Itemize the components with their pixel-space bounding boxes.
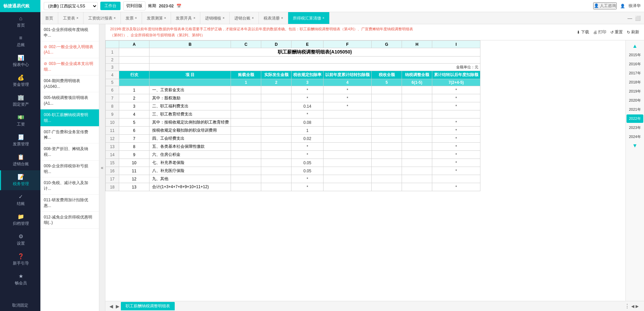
row-col6-3[interactable]: [402, 102, 432, 110]
row-col4-2[interactable]: *: [324, 94, 372, 102]
row-col6-5[interactable]: [402, 118, 432, 127]
row-col5-6[interactable]: [372, 127, 402, 135]
row-col1-2[interactable]: [231, 94, 261, 102]
tab-tax-register[interactable]: 税表清册 ×: [259, 12, 288, 24]
tab-tax-settlement-close[interactable]: ×: [323, 12, 325, 24]
report-item-006[interactable]: 006-职工薪酬纳税调整明细...: [40, 109, 99, 127]
row-col5-11[interactable]: [372, 167, 402, 175]
report-item-010[interactable]: 010-免税、减计收入及加计...: [40, 177, 99, 195]
report-item-007[interactable]: 007-广告费和业务宣传费摊...: [40, 127, 99, 144]
row-col2-1[interactable]: [261, 86, 292, 94]
report-item-002[interactable]: ⊘ 002-一般企业收入明细表(A1...: [40, 41, 99, 59]
year-2019[interactable]: 2019年: [626, 87, 643, 96]
row-col2-11[interactable]: [261, 167, 292, 175]
sidebar-item-home[interactable]: ⌂ 首页: [0, 12, 40, 32]
tab-invoice-calc-close[interactable]: ×: [164, 12, 166, 24]
tab-tax-register-close[interactable]: ×: [281, 12, 283, 24]
row-col6-1[interactable]: [402, 86, 432, 94]
year-scroll-up-btn[interactable]: ▲: [626, 42, 644, 50]
year-2022[interactable]: 2022年: [626, 114, 643, 123]
row-col3-6[interactable]: 1: [292, 127, 324, 135]
year-2023[interactable]: 2023年: [626, 124, 643, 132]
sidebar-item-assets[interactable]: 🏢 固定资产: [0, 91, 40, 111]
row-col3-2[interactable]: *: [292, 94, 324, 102]
tab-purchases-ledger[interactable]: 进销台账 ×: [230, 12, 259, 24]
row-col2-5[interactable]: [261, 118, 292, 127]
sidebar-item-reports[interactable]: 📊 报表中心: [0, 51, 40, 71]
row-col2-2[interactable]: [261, 94, 292, 102]
year-2016[interactable]: 2016年: [626, 60, 643, 68]
sidebar-item-purchases[interactable]: 📋 进销台账: [0, 150, 40, 170]
reset-btn[interactable]: ↺ 重置: [610, 29, 623, 35]
row-col7-3[interactable]: *: [432, 102, 480, 110]
row-col4-12[interactable]: [324, 175, 372, 183]
row-col3-5[interactable]: 0.08: [292, 118, 324, 127]
print-btn[interactable]: 🖨 打印: [593, 29, 606, 35]
tab-home[interactable]: 首页: [40, 12, 58, 24]
sidebar-item-guide[interactable]: ❓ 新手引导: [0, 250, 40, 270]
row-col1-7[interactable]: [231, 135, 261, 143]
sidebar-item-settings[interactable]: ⚙ 设置: [0, 230, 40, 250]
tab-minimize-btn[interactable]: —: [627, 15, 633, 22]
row-col5-2[interactable]: [372, 94, 402, 102]
sidebar-item-tax[interactable]: 📝 税务管理: [0, 170, 40, 190]
row-col7-13[interactable]: *: [432, 183, 480, 191]
tab-invoice-close[interactable]: ×: [135, 12, 137, 24]
row-col5-9[interactable]: [372, 151, 402, 159]
row-col5-7[interactable]: [372, 135, 402, 143]
row-col5-8[interactable]: [372, 143, 402, 151]
row-col6-8[interactable]: [402, 143, 432, 151]
row-col2-6[interactable]: [261, 127, 292, 135]
unpin-btn[interactable]: 取消固定: [0, 300, 40, 311]
sidebar-item-ledger[interactable]: ≡ 总账: [0, 32, 40, 51]
collapse-panel-btn[interactable]: «: [99, 24, 105, 311]
row-col3-9[interactable]: *: [292, 151, 324, 159]
year-2015[interactable]: 2015年: [626, 51, 643, 59]
year-2018[interactable]: 2018年: [626, 78, 643, 87]
tab-purchases-ledger-close[interactable]: ×: [252, 12, 254, 24]
sheet-options-icon[interactable]: ⋮: [624, 303, 630, 309]
tab-invoice-issue-close[interactable]: ×: [193, 12, 195, 24]
row-col3-1[interactable]: *: [292, 86, 324, 94]
row-col3-8[interactable]: *: [292, 143, 324, 151]
sidebar-item-vip[interactable]: ★ 畅会员: [0, 270, 40, 289]
row-col7-1[interactable]: *: [432, 86, 480, 94]
calendar-icon[interactable]: 📅: [176, 4, 181, 8]
sidebar-item-archive[interactable]: 📁 归档管理: [0, 210, 40, 230]
tab-salary-close[interactable]: ×: [76, 12, 78, 24]
row-col7-10[interactable]: *: [432, 159, 480, 167]
row-col1-1[interactable]: [231, 86, 261, 94]
year-2020[interactable]: 2020年: [626, 96, 643, 105]
row-col4-11[interactable]: [324, 167, 372, 175]
download-btn[interactable]: ⬇ 下载: [577, 29, 589, 35]
row-col4-3[interactable]: *: [324, 102, 372, 110]
year-2017[interactable]: 2017年: [626, 69, 643, 77]
report-item-008[interactable]: 008-资产折旧、摊销及纳税...: [40, 143, 99, 161]
row-col6-6[interactable]: [402, 127, 432, 135]
row-col3-7[interactable]: 0.02: [292, 135, 324, 143]
row-col5-12[interactable]: [372, 175, 402, 183]
table-container[interactable]: A B C D E F G H I: [105, 40, 625, 301]
row-col1-5[interactable]: [231, 118, 261, 127]
tab-invoice[interactable]: 发票 ×: [121, 12, 142, 24]
row-col1-9[interactable]: [231, 151, 261, 159]
row-col2-9[interactable]: [261, 151, 292, 159]
row-col4-8[interactable]: [324, 143, 372, 151]
year-scroll-down-btn[interactable]: ▼: [626, 141, 644, 150]
row-col1-13[interactable]: [231, 183, 261, 191]
row-col6-10[interactable]: [402, 159, 432, 167]
row-col1-10[interactable]: [231, 159, 261, 167]
sidebar-item-salary[interactable]: 💵 工资: [0, 111, 40, 131]
row-col7-2[interactable]: *: [432, 94, 480, 102]
sidebar-item-closing[interactable]: ✓ 结账: [0, 190, 40, 210]
row-col3-12[interactable]: *: [292, 175, 324, 183]
row-col1-12[interactable]: [231, 175, 261, 183]
row-col7-7[interactable]: *: [432, 135, 480, 143]
row-col5-5[interactable]: [372, 118, 402, 127]
tab-audit[interactable]: 进销稽核 ×: [200, 12, 230, 24]
row-col2-3[interactable]: [261, 102, 292, 110]
sheet-scroll-right-icon[interactable]: ▶: [636, 304, 639, 309]
year-2024[interactable]: 2024年: [626, 133, 643, 141]
row-col2-8[interactable]: [261, 143, 292, 151]
row-col3-4[interactable]: *: [292, 110, 324, 118]
